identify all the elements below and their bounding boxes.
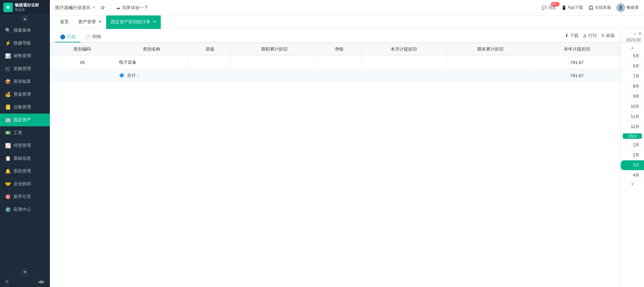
date-item-4[interactable]: 4月 <box>621 170 644 181</box>
date-item-12[interactable]: 12月 <box>621 122 644 132</box>
content-main: 🔵 汇总 📄 明细 ⬇ 下载 🖨 打印 <box>50 29 620 287</box>
topbar-right: 💬 消息 99+ 📱 App下载 🎧 在线客服 👤 畅捷通 <box>542 3 639 12</box>
sidebar-icon-inventory: 📦 <box>5 79 11 84</box>
expand-icon[interactable]: ⤢ <box>633 31 637 36</box>
sidebar-label-operations: 经营管理 <box>13 142 31 149</box>
experience-btn[interactable]: ☁ 我要体验一下 <box>116 5 148 11</box>
download-btn[interactable]: ⬇ 下载 <box>565 33 579 39</box>
year-badge: 2023 <box>623 133 642 139</box>
sidebar-item-fixed-assets[interactable]: 🏢 固定资产 <box>0 114 50 126</box>
topbar: 医疗器械行业演示 ▼ ⚙ ☁ 我要体验一下 💬 消息 99+ 📱 App下载 🎧… <box>50 0 644 15</box>
message-btn[interactable]: 💬 消息 99+ <box>542 5 556 10</box>
date-item-2[interactable]: 2月 <box>621 150 644 160</box>
date-item-10[interactable]: 10月 <box>621 102 644 112</box>
sub-tab-detail-label: 明细 <box>92 34 101 40</box>
sub-tab-summary-label: 汇总 <box>67 34 76 40</box>
message-icon: 💬 <box>542 5 547 10</box>
tab-fixed-asset-dep-close[interactable]: ✕ <box>153 20 156 24</box>
subtotal-row: 🔷 合计： 791.67 <box>50 69 620 82</box>
tab-fixed-asset-dep-label: 固定资产折旧统计表 <box>111 19 150 25</box>
table-header-row: 类别编码 类别名称 原值 期初累计折旧 净值 本月计提折旧 期末累计折旧 本年计… <box>50 43 620 56</box>
subtotal-period-end <box>447 69 534 82</box>
sidebar-item-enterprise[interactable]: 🤝 企业协同 <box>0 178 50 190</box>
sidebar-icon-app-center: ⚙️ <box>5 207 11 212</box>
sub-tab-summary[interactable]: 🔵 汇总 <box>55 32 81 42</box>
col-annual-dep: 本年计提折旧 <box>534 43 620 56</box>
tab-asset-mgmt[interactable]: 资产管理 ✕ <box>73 15 106 29</box>
print-btn[interactable]: 🖨 打印 <box>583 33 597 39</box>
tabs-bar: 首页 资产管理 ✕ 固定资产折旧统计表 ✕ <box>50 15 644 29</box>
sidebar-title-group: 畅捷通好业财 普及版 <box>15 3 39 12</box>
experience-label: 我要体验一下 <box>122 5 148 11</box>
sidebar-label-system: 系统管理 <box>13 168 31 174</box>
sidebar-icon-guide: 🎯 <box>5 194 11 199</box>
sidebar-item-operations[interactable]: 📈 经营管理 <box>0 139 50 152</box>
service-icon: 🎧 <box>588 5 593 10</box>
refresh-btn[interactable]: ↻ 刷新 <box>601 33 615 39</box>
date-item-6[interactable]: 6月 <box>621 61 644 71</box>
sidebar-version: 普及版 <box>15 7 39 12</box>
sidebar-item-guide[interactable]: 🎯 新手引导 <box>0 190 50 203</box>
subtotal-initial-dep <box>231 69 318 82</box>
app-download-btn[interactable]: 📱 App下载 <box>561 5 583 10</box>
date-item-11[interactable]: 11月 <box>621 112 644 122</box>
experience-icon: ☁ <box>116 5 120 10</box>
subtotal-original <box>188 69 231 82</box>
sidebar-item-system[interactable]: 🔔 系统管理 <box>0 165 50 178</box>
date-item-3-active[interactable]: 3月 <box>621 160 644 170</box>
sidebar-label-sales: 销售管理 <box>13 53 31 59</box>
sidebar: 畅 畅捷通好业财 普及版 ▲ 🔍 搜索菜单 ⚡ 快捷导航 📊 销售管理 🛒 采购… <box>0 0 50 287</box>
sidebar-icon-payroll: 💵 <box>5 130 11 135</box>
date-item-1[interactable]: 1月 <box>621 140 644 150</box>
tab-home[interactable]: 首页 <box>55 15 73 29</box>
app-label: App下载 <box>568 5 583 10</box>
topbar-settings-icon[interactable]: ⚙ <box>100 5 105 11</box>
sidebar-item-inventory[interactable]: 📦 库存核算 <box>0 75 50 88</box>
company-name: 医疗器械行业演示 <box>55 5 90 11</box>
date-item-8[interactable]: 8月 <box>621 82 644 92</box>
user-label: 畅捷通 <box>626 5 639 10</box>
date-scroll-down[interactable]: ▼ <box>621 181 644 188</box>
sidebar-item-base-info[interactable]: 📋 基础信息 <box>0 152 50 165</box>
table-container: 类别编码 类别名称 原值 期初累计折旧 净值 本月计提折旧 期末累计折旧 本年计… <box>50 42 620 287</box>
sidebar-label-capital: 资金管理 <box>13 91 31 97</box>
user-info[interactable]: 👤 畅捷通 <box>616 3 639 12</box>
download-icon: ⬇ <box>565 33 569 38</box>
detail-icon: 📄 <box>85 34 91 39</box>
sidebar-footer: ⚙ ◀▶ <box>0 276 50 287</box>
subtotal-label: 🔷 合计： <box>115 69 188 82</box>
tab-asset-mgmt-close[interactable]: ✕ <box>98 20 101 24</box>
date-item-7[interactable]: 7月 <box>621 71 644 82</box>
panel-close-icon[interactable]: ✕ <box>638 31 642 36</box>
company-selector[interactable]: 医疗器械行业演示 ▼ <box>55 5 96 11</box>
service-btn[interactable]: 🎧 在线客服 <box>588 5 611 10</box>
sub-tab-detail[interactable]: 📄 明细 <box>81 32 106 42</box>
depreciation-table: 类别编码 类别名称 原值 期初累计折旧 净值 本月计提折旧 期末累计折旧 本年计… <box>50 42 620 82</box>
sidebar-scroll-down[interactable]: ▼ <box>22 268 28 275</box>
tab-fixed-asset-depreciation[interactable]: 固定资产折旧统计表 ✕ <box>106 15 161 29</box>
sidebar-item-capital[interactable]: 💰 资金管理 <box>0 88 50 101</box>
row-initial-dep <box>231 56 318 69</box>
sidebar-label-purchase: 采购管理 <box>13 66 31 72</box>
date-item-5[interactable]: 5月 <box>621 51 644 61</box>
sidebar-item-sales[interactable]: 📊 销售管理 <box>0 50 50 62</box>
sidebar-icon-purchase: 🛒 <box>5 66 11 71</box>
sidebar-icon-capital: 💰 <box>5 92 11 97</box>
col-original: 原值 <box>188 43 231 56</box>
sidebar-item-search[interactable]: 🔍 搜索菜单 <box>0 24 50 37</box>
sidebar-item-quick-nav[interactable]: ⚡ 快捷导航 <box>0 37 50 50</box>
date-item-9[interactable]: 9月 <box>621 92 644 102</box>
sidebar-item-ledger[interactable]: 📒 总账管理 <box>0 101 50 114</box>
toolbar-right: ⬇ 下载 🖨 打印 ↻ 刷新 <box>565 33 615 41</box>
sidebar-label-base-info: 基础信息 <box>13 155 31 161</box>
sidebar-icon-search: 🔍 <box>5 28 11 33</box>
sidebar-item-purchase[interactable]: 🛒 采购管理 <box>0 62 50 75</box>
sidebar-item-payroll[interactable]: 💵 工资 <box>0 126 50 139</box>
sidebar-label-guide: 新手引导 <box>13 194 31 200</box>
sidebar-app-title: 畅捷通好业财 <box>15 3 39 7</box>
settings-icon[interactable]: ⚙ <box>5 279 9 284</box>
sidebar-scroll-up[interactable]: ▲ <box>22 15 28 22</box>
sidebar-item-app-center[interactable]: ⚙️ 应用中心 <box>0 203 50 216</box>
collapse-icon[interactable]: ◀▶ <box>38 279 45 284</box>
date-scroll-up[interactable]: ▲ <box>621 44 644 51</box>
